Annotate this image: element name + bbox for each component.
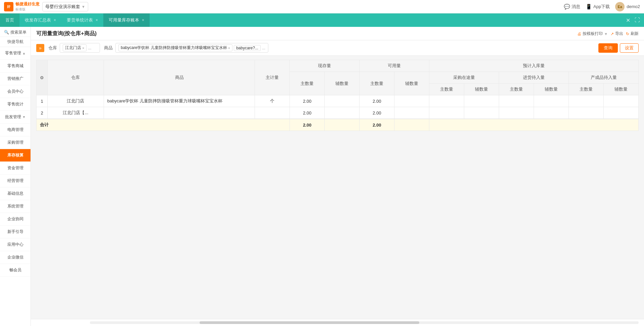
sidebar-item-member[interactable]: 会员中心 — [0, 85, 31, 98]
sidebar-item-wechat-enterprise[interactable]: 企业微信 — [0, 251, 31, 264]
sidebar-item-wholesale-mgmt[interactable]: 批发管理 ▼ — [0, 111, 31, 124]
export-btn[interactable]: ↗ 导出 — [610, 31, 623, 37]
row-stock-main: 2.00 — [290, 107, 325, 119]
close-icon[interactable]: × — [96, 18, 98, 22]
filter-group-product: 商品 babycare学饮杯 儿童防摔防撞吸管杯重力球吸嘴杯宝宝水杯 × bab… — [104, 43, 268, 53]
sidebar-item-retail-stats[interactable]: 零售统计 — [0, 98, 31, 111]
top-bar-left: 好 畅捷通好生意 标准版 母婴行业演示账套 ▼ — [4, 1, 88, 12]
tab-receivable[interactable]: 收发存汇总表 × — [19, 13, 61, 27]
row-stock-main: 2.00 — [290, 95, 325, 107]
sidebar-item-retail-mgmt[interactable]: 零售管理 ▲ — [0, 47, 31, 60]
sidebar-item-retail-mall[interactable]: 零售商城 — [0, 60, 31, 73]
more-product-btn[interactable]: ... — [262, 46, 265, 50]
row-product — [104, 107, 255, 119]
logo-icon: 好 — [4, 2, 13, 11]
print-icon: 🖨 — [577, 32, 581, 36]
settings-col-header[interactable]: ⚙ — [37, 60, 48, 95]
avatar: Ea — [615, 2, 625, 11]
sidebar-item-label: 系统管理 — [7, 203, 23, 209]
tab-available-stock[interactable]: 可用量库存账本 × — [103, 13, 150, 27]
top-bar-right: 💬 消息 📱 App下载 Ea demo2 — [564, 2, 640, 11]
table-row: 1 江北门店 babycare学饮杯 儿童防摔防撞吸管杯重力球吸嘴杯宝宝水杯 个… — [37, 95, 639, 107]
sidebar-item-label: 电商管理 — [7, 127, 23, 133]
filter-actions: 查询 设置 — [598, 43, 639, 53]
sidebar-item-ecommerce[interactable]: 电商管理 — [0, 124, 31, 136]
filter-bar: » 仓库 江北门店 × ... 商品 babycare学饮杯 儿童防摔防撞吸管杯… — [31, 40, 644, 56]
sidebar-item-purchase[interactable]: 采购管理 — [0, 136, 31, 149]
sidebar-item-label: 库存核算 — [7, 152, 23, 158]
sidebar-item-finance[interactable]: 资金管理 — [0, 162, 31, 175]
product-input[interactable]: babycare学饮杯 儿童防摔防撞吸管杯重力球吸嘴杯宝宝水杯 × babyca… — [115, 43, 268, 53]
top-bar: 好 畅捷通好生意 标准版 母婴行业演示账套 ▼ 💬 消息 📱 App下载 Ea … — [0, 0, 644, 13]
print-btn[interactable]: 🖨 按模板打印 ▼ — [577, 31, 608, 37]
summary-label: 合计 — [37, 119, 290, 131]
horizontal-scrollbar[interactable] — [90, 321, 639, 324]
close-icon[interactable]: × — [54, 18, 56, 22]
scrollbar-thumb[interactable] — [200, 321, 419, 324]
sidebar-item-label: 畅会员 — [9, 267, 21, 273]
available-aux-header: 辅数量 — [394, 72, 429, 95]
sidebar-item-inventory[interactable]: 库存核算 — [0, 149, 31, 162]
sidebar-item-label: 零售管理 — [5, 50, 21, 56]
industry-selector[interactable]: 母婴行业演示账套 ▼ — [42, 2, 88, 11]
row-available-aux — [394, 107, 429, 119]
row-available-main: 2.00 — [360, 95, 394, 107]
stock-aux-header: 辅数量 — [325, 72, 360, 95]
sidebar-quick-nav[interactable]: 快捷导航 — [0, 37, 31, 47]
manufactured-main-header: 主数量 — [569, 84, 604, 95]
data-table: ⚙ 仓库 商品 主计量 现存量 可用量 预计入库量 主数量 辅数量 主数量 辅数… — [36, 60, 639, 131]
product-label: 商品 — [104, 45, 113, 51]
refresh-btn[interactable]: ↻ 刷新 — [626, 31, 639, 37]
main-layout: 🔍 搜索菜单 快捷导航 零售管理 ▲ 零售商城 营销推广 会员中心 零售统计 — [0, 27, 644, 326]
sidebar-item-label: 基础信息 — [7, 191, 23, 196]
query-btn[interactable]: 查询 — [598, 43, 618, 53]
sidebar-item-label: 应用中心 — [7, 242, 23, 247]
user-menu[interactable]: Ea demo2 — [615, 2, 640, 11]
sidebar-item-label: 采购管理 — [7, 140, 23, 145]
row-purchase-transit-main — [429, 107, 464, 119]
close-window-btn[interactable]: ✕ — [624, 16, 632, 24]
row-incoming-aux — [534, 107, 569, 119]
maximize-btn[interactable]: ⛶ — [633, 16, 641, 24]
app-download-btn[interactable]: 📱 App下载 — [586, 4, 610, 10]
chevron-down-icon: ▼ — [604, 32, 608, 36]
row-incoming-main — [499, 107, 534, 119]
logo-text: 畅捷通好生意 标准版 — [15, 1, 40, 12]
window-buttons: ✕ ⛶ — [624, 16, 644, 24]
sidebar-item-ops[interactable]: 经营管理 — [0, 175, 31, 187]
sidebar-item-vip[interactable]: 畅会员 — [0, 264, 31, 277]
sidebar-section: 零售管理 ▲ 零售商城 营销推广 会员中心 零售统计 批发管理 ▼ 电商管理 — [0, 47, 31, 277]
sidebar-item-label: 零售商城 — [7, 63, 23, 69]
stock-main-header: 主数量 — [290, 72, 325, 95]
sidebar-item-system[interactable]: 系统管理 — [0, 200, 31, 213]
row-manufactured-main — [569, 107, 604, 119]
close-icon[interactable]: × — [142, 18, 144, 22]
filter-group-warehouse: 仓库 江北门店 × ... — [48, 43, 100, 53]
available-group-header: 可用量 — [360, 60, 429, 72]
sidebar-item-basics[interactable]: 基础信息 — [0, 187, 31, 200]
tab-home[interactable]: 首页 — [0, 13, 19, 27]
summary-available-aux — [394, 119, 429, 131]
tab-available-stock-label: 可用量库存账本 — [109, 17, 139, 23]
remove-warehouse-icon[interactable]: × — [82, 46, 84, 50]
filter-toggle-btn[interactable]: » — [36, 44, 44, 52]
message-btn[interactable]: 💬 消息 — [564, 4, 580, 10]
row-manufactured-aux — [604, 107, 639, 119]
more-warehouse-btn[interactable]: ... — [88, 46, 91, 50]
sidebar-item-app-center[interactable]: 应用中心 — [0, 238, 31, 251]
sidebar-item-newbie[interactable]: 新手引导 — [0, 226, 31, 238]
chevron-down-icon: ▼ — [82, 5, 85, 9]
warehouse-input[interactable]: 江北门店 × ... — [60, 43, 100, 53]
warehouse-tag: 江北门店 × — [63, 44, 87, 51]
tab-home-label: 首页 — [5, 17, 14, 23]
tab-order-stats[interactable]: 要货单统计表 × — [61, 13, 103, 27]
settings-btn[interactable]: 设置 — [620, 43, 639, 53]
sidebar-item-enterprise[interactable]: 企业协同 — [0, 213, 31, 226]
sidebar-search[interactable]: 🔍 搜索菜单 — [0, 27, 31, 37]
remove-product1-icon[interactable]: × — [228, 46, 230, 50]
summary-row: 合计 2.00 2.00 — [37, 119, 639, 131]
row-unit — [255, 107, 290, 119]
row-manufactured-main — [569, 95, 604, 107]
sidebar-item-marketing[interactable]: 营销推广 — [0, 73, 31, 85]
row-available-aux — [394, 95, 429, 107]
